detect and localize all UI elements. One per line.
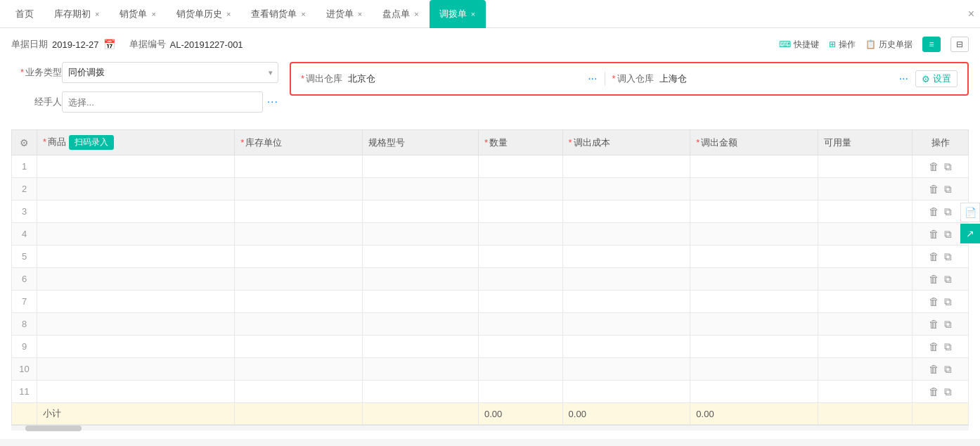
- row-goods-cell[interactable]: [37, 268, 235, 291]
- copy-row-icon[interactable]: ⧉: [944, 340, 952, 352]
- table-row: 4 🗑 ⧉: [12, 223, 969, 246]
- row-goods-cell[interactable]: [37, 313, 235, 336]
- row-goods-cell[interactable]: [37, 246, 235, 268]
- delete-row-icon[interactable]: 🗑: [929, 228, 939, 240]
- handler-input[interactable]: [62, 91, 263, 113]
- row-qty-cell: [478, 291, 562, 313]
- row-goods-cell[interactable]: [37, 200, 235, 223]
- tab-inventory-check[interactable]: 盘点单 ×: [373, 0, 429, 28]
- scan-btn[interactable]: 扫码录入: [69, 135, 114, 150]
- copy-row-icon[interactable]: ⧉: [944, 273, 952, 285]
- tab-home[interactable]: 首页: [6, 0, 44, 28]
- horizontal-scrollbar[interactable]: [11, 425, 969, 431]
- tab-sales-history[interactable]: 销货单历史 ×: [167, 0, 241, 28]
- tab-close-sales-history[interactable]: ×: [226, 10, 231, 18]
- row-unit-cell: [235, 246, 363, 268]
- row-ops-cell: 🗑 ⧉: [913, 381, 969, 403]
- shortcut-btn[interactable]: ⌨ 快捷键: [779, 39, 819, 51]
- row-cost-cell: [562, 358, 690, 381]
- col-available: 可用量: [818, 130, 913, 155]
- tab-close-inventory-check[interactable]: ×: [414, 10, 418, 18]
- delete-row-icon[interactable]: 🗑: [929, 205, 939, 217]
- operation-btn[interactable]: ⊞ 操作: [829, 39, 856, 51]
- copy-row-icon[interactable]: ⧉: [944, 160, 952, 172]
- form-area: *业务类型 ▾ 经手人 ···: [11, 62, 969, 121]
- row-goods-cell[interactable]: [37, 381, 235, 403]
- list-view-btn-1[interactable]: ≡: [922, 37, 941, 52]
- table-gear-icon[interactable]: ⚙: [20, 137, 29, 148]
- delete-row-icon[interactable]: 🗑: [929, 363, 939, 375]
- row-ops-cell: 🗑 ⧉: [913, 291, 969, 313]
- row-qty-cell: [478, 313, 562, 336]
- tab-close-view-sales[interactable]: ×: [301, 10, 305, 18]
- tab-sales-order[interactable]: 销货单 ×: [110, 0, 166, 28]
- doc-number-label: 单据编号: [129, 38, 166, 51]
- row-goods-cell[interactable]: [37, 178, 235, 200]
- float-expand-btn[interactable]: ↗: [960, 224, 980, 243]
- float-notes-btn[interactable]: 📄: [960, 203, 980, 222]
- scrollbar-thumb[interactable]: [25, 426, 82, 431]
- tab-purchase[interactable]: 进货单 ×: [316, 0, 373, 28]
- copy-row-icon[interactable]: ⧉: [944, 250, 952, 262]
- delete-row-icon[interactable]: 🗑: [929, 295, 939, 307]
- tab-inventory-init[interactable]: 库存期初 ×: [44, 0, 110, 28]
- copy-row-icon[interactable]: ⧉: [944, 295, 952, 307]
- table-row: 2 🗑 ⧉: [12, 178, 969, 200]
- row-goods-cell[interactable]: [37, 358, 235, 381]
- row-unit-cell: [235, 381, 363, 403]
- copy-row-icon[interactable]: ⧉: [944, 386, 952, 397]
- close-all-tabs-icon[interactable]: ×: [968, 8, 974, 20]
- footer-available-cell: [818, 403, 913, 425]
- list-view-btn-2[interactable]: ⊟: [950, 37, 969, 52]
- tab-view-sales[interactable]: 查看销货单 ×: [241, 0, 316, 28]
- settings-gear-icon: ⚙: [922, 74, 930, 84]
- row-goods-cell[interactable]: [37, 223, 235, 246]
- copy-row-icon[interactable]: ⧉: [944, 183, 952, 195]
- row-qty-cell: [478, 178, 562, 200]
- copy-row-icon[interactable]: ⧉: [944, 363, 952, 375]
- delete-row-icon[interactable]: 🗑: [929, 250, 939, 262]
- tab-close-transfer[interactable]: ×: [471, 10, 475, 18]
- table-row: 11 🗑 ⧉: [12, 381, 969, 403]
- row-num-cell: 8: [12, 313, 37, 336]
- row-cost-cell: [562, 268, 690, 291]
- settings-btn[interactable]: ⚙ 设置: [915, 70, 958, 87]
- warehouse-in-item: *调入仓库 上海仓 ···: [612, 72, 909, 85]
- warehouse-out-ellipsis-btn[interactable]: ···: [588, 72, 597, 85]
- business-type-input[interactable]: [62, 62, 278, 83]
- row-spec-cell: [363, 268, 479, 291]
- table-row: 10 🗑 ⧉: [12, 358, 969, 381]
- delete-row-icon[interactable]: 🗑: [929, 160, 939, 172]
- tab-close-inventory-init[interactable]: ×: [95, 10, 99, 18]
- row-goods-cell[interactable]: [37, 155, 235, 178]
- notes-icon: 📄: [965, 207, 976, 218]
- doc-date-value: 2019-12-27: [52, 39, 99, 50]
- copy-row-icon[interactable]: ⧉: [944, 205, 952, 217]
- tab-close-sales-order[interactable]: ×: [151, 10, 155, 18]
- handler-ellipsis-btn[interactable]: ···: [267, 96, 278, 108]
- tab-transfer[interactable]: 调拨单 ×: [430, 0, 486, 28]
- doc-info-left: 单据日期 2019-12-27 📅 单据编号 AL-20191227-001: [11, 38, 243, 51]
- operation-label: 操作: [839, 39, 856, 51]
- shortcut-icon: ⌨: [779, 39, 791, 49]
- row-num-cell: 9: [12, 336, 37, 358]
- history-btn[interactable]: 📋 历史单据: [865, 39, 913, 51]
- expand-icon: ↗: [966, 228, 974, 239]
- copy-row-icon[interactable]: ⧉: [944, 318, 952, 330]
- row-cost-cell: [562, 381, 690, 403]
- handler-row: 经手人 ···: [11, 91, 278, 113]
- footer-label-cell: [12, 403, 37, 425]
- delete-row-icon[interactable]: 🗑: [929, 273, 939, 285]
- delete-row-icon[interactable]: 🗑: [929, 318, 939, 330]
- row-ops-cell: 🗑 ⧉: [913, 246, 969, 268]
- delete-row-icon[interactable]: 🗑: [929, 183, 939, 195]
- tab-close-purchase[interactable]: ×: [358, 10, 362, 18]
- copy-row-icon[interactable]: ⧉: [944, 228, 952, 240]
- row-goods-cell[interactable]: [37, 291, 235, 313]
- row-goods-cell[interactable]: [37, 336, 235, 358]
- calendar-icon[interactable]: 📅: [103, 39, 115, 50]
- warehouse-in-ellipsis-btn[interactable]: ···: [899, 72, 908, 85]
- delete-row-icon[interactable]: 🗑: [929, 386, 939, 397]
- delete-row-icon[interactable]: 🗑: [929, 340, 939, 352]
- row-spec-cell: [363, 313, 479, 336]
